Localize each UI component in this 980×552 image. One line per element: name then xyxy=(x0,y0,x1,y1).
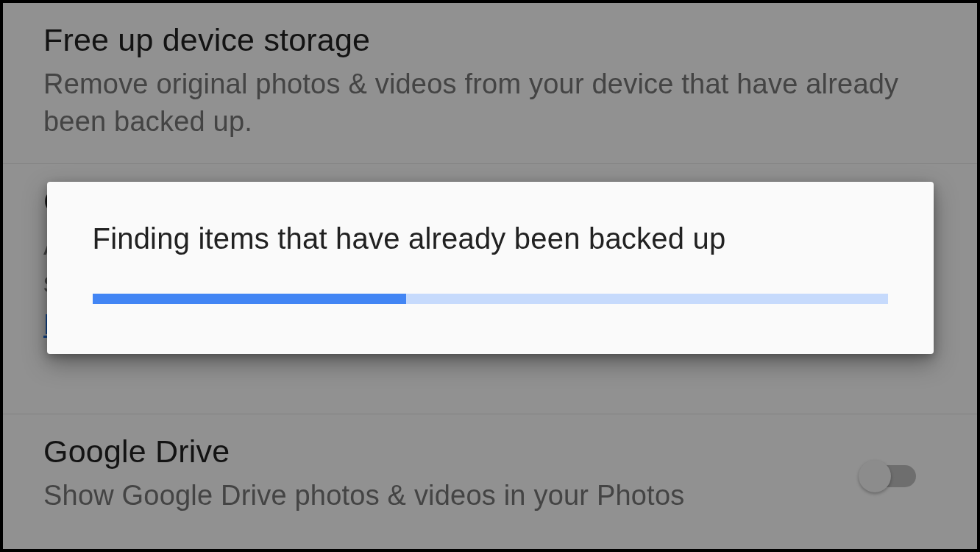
progress-fill xyxy=(93,294,407,304)
progress-dialog: Finding items that have already been bac… xyxy=(47,182,934,354)
progress-bar xyxy=(93,294,888,304)
dialog-title: Finding items that have already been bac… xyxy=(93,222,888,255)
modal-overlay: Finding items that have already been bac… xyxy=(3,3,977,549)
